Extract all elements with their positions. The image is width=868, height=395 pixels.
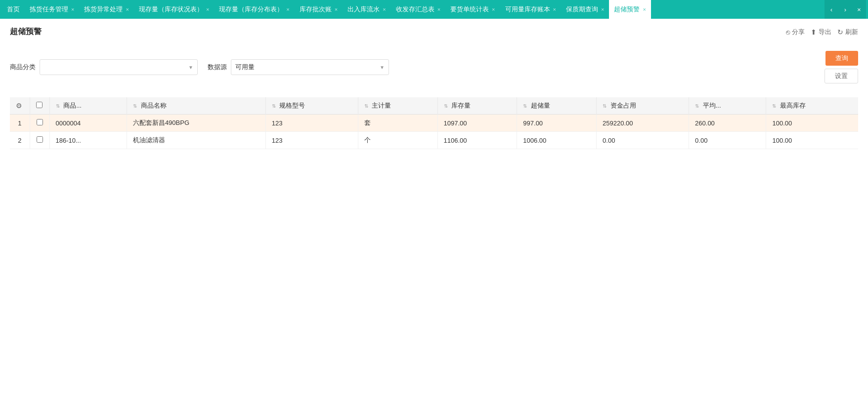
sort-icon: ⇅ <box>603 103 607 109</box>
refresh-button[interactable]: ↻ 刷新 <box>837 28 858 37</box>
col-product-name[interactable]: ⇅ 商品名称 <box>127 97 265 115</box>
col-avg[interactable]: ⇅ 平均... <box>689 97 766 115</box>
nav-arrow-left[interactable]: ‹ <box>825 0 838 19</box>
col-overstock[interactable]: ⇅ 超储量 <box>517 97 597 115</box>
page-content: 超储预警 ⎋ 分享 ⬆ 导出 ↻ 刷新 商品分类 ▼ 数据源 <box>0 19 868 395</box>
nav-close-icon[interactable]: × <box>553 6 556 12</box>
nav-close-icon[interactable]: × <box>383 6 386 12</box>
table-row: 1 0000004 六配套新昌490BPG 123 套 1097.00 997.… <box>10 115 858 132</box>
col-product-name-label: 商品名称 <box>141 102 167 109</box>
sort-icon: ⇅ <box>56 103 60 109</box>
page-title: 超储预警 <box>10 27 42 37</box>
sort-icon: ⇅ <box>523 103 527 109</box>
cell-stock: 1097.00 <box>437 115 517 132</box>
col-overstock-label: 超储量 <box>531 102 550 109</box>
cell-overstock: 997.00 <box>517 115 597 132</box>
nav-close-icon[interactable]: × <box>126 6 129 12</box>
sort-icon: ⇅ <box>133 103 137 109</box>
nav-item-label: 拣货异常处理 <box>84 5 123 14</box>
col-capital[interactable]: ⇅ 资金占用 <box>597 97 689 115</box>
cell-overstock: 1006.00 <box>517 132 597 149</box>
category-select[interactable]: ▼ <box>40 59 198 75</box>
nav-close-icon[interactable]: × <box>492 6 495 12</box>
col-checkbox-header <box>30 97 49 115</box>
nav-arrow-close[interactable]: × <box>852 0 866 19</box>
row-checkbox-cell <box>30 115 49 132</box>
cell-spec: 123 <box>265 132 358 149</box>
nav-item-label: 保质期查询 <box>566 5 598 14</box>
nav-item-label: 可用量库存账本 <box>505 5 550 14</box>
col-product-code-label: 商品... <box>63 102 82 109</box>
nav-item-11[interactable]: 超储预警× <box>609 0 651 19</box>
nav-close-icon[interactable]: × <box>286 6 289 12</box>
export-button[interactable]: ⬆ 导出 <box>811 28 831 37</box>
nav-item-1[interactable]: 拣货任务管理× <box>25 0 79 19</box>
col-max-stock-label: 最高库存 <box>780 102 806 109</box>
col-unit[interactable]: ⇅ 主计量 <box>358 97 437 115</box>
datasource-label: 数据源 <box>208 63 227 72</box>
nav-item-10[interactable]: 保质期查询× <box>561 0 609 19</box>
header-actions: ⎋ 分享 ⬆ 导出 ↻ 刷新 <box>786 28 858 37</box>
nav-item-label: 超储预警 <box>614 5 640 14</box>
nav-item-5[interactable]: 库存批次账× <box>295 0 343 19</box>
data-table: ⚙ ⇅ 商品... ⇅ 商品名称 ⇅ 规格型号 ⇅ <box>10 97 858 149</box>
col-avg-label: 平均... <box>703 102 721 109</box>
row-checkbox-cell <box>30 132 49 149</box>
nav-close-icon[interactable]: × <box>437 6 440 12</box>
nav-item-9[interactable]: 可用量库存账本× <box>500 0 561 19</box>
row-index: 1 <box>10 115 30 132</box>
col-max-stock[interactable]: ⇅ 最高库存 <box>766 97 858 115</box>
nav-item-label: 首页 <box>7 5 20 14</box>
sort-icon: ⇅ <box>364 103 368 109</box>
nav-item-label: 库存批次账 <box>300 5 332 14</box>
col-gear: ⚙ <box>10 97 30 115</box>
nav-item-3[interactable]: 现存量（库存状况表）× <box>134 0 214 19</box>
row-checkbox[interactable] <box>37 119 43 125</box>
datasource-select-text: 可用量 <box>235 63 255 72</box>
cell-unit: 套 <box>358 115 437 132</box>
col-spec[interactable]: ⇅ 规格型号 <box>265 97 358 115</box>
nav-close-icon[interactable]: × <box>71 6 74 12</box>
share-button[interactable]: ⎋ 分享 <box>786 28 805 37</box>
nav-item-2[interactable]: 拣货异常处理× <box>79 0 133 19</box>
cell-stock: 1106.00 <box>437 132 517 149</box>
sort-icon: ⇅ <box>772 103 776 109</box>
cell-avg: 260.00 <box>689 115 766 132</box>
nav-close-icon[interactable]: × <box>643 6 646 12</box>
nav-item-label: 现存量（库存状况表） <box>139 5 203 14</box>
nav-close-icon[interactable]: × <box>601 6 604 12</box>
nav-item-7[interactable]: 收发存汇总表× <box>391 0 445 19</box>
datasource-select[interactable]: 可用量 ▼ <box>231 59 389 75</box>
col-stock[interactable]: ⇅ 库存量 <box>437 97 517 115</box>
table-row: 2 186-10... 机油滤清器 123 个 1106.00 1006.00 … <box>10 132 858 149</box>
sort-icon: ⇅ <box>272 103 276 109</box>
nav-close-icon[interactable]: × <box>206 6 209 12</box>
filter-bar: 商品分类 ▼ 数据源 可用量 ▼ 查询 设置 <box>10 45 858 89</box>
nav-arrows: ‹ › × <box>825 0 866 19</box>
table-header-row: ⚙ ⇅ 商品... ⇅ 商品名称 ⇅ 规格型号 ⇅ <box>10 97 858 115</box>
select-all-checkbox[interactable] <box>36 102 43 108</box>
refresh-icon: ↻ <box>837 28 843 36</box>
page-header: 超储预警 ⎋ 分享 ⬆ 导出 ↻ 刷新 <box>10 27 858 37</box>
nav-item-8[interactable]: 要货单统计表× <box>445 0 500 19</box>
nav-item-6[interactable]: 出入库流水× <box>343 0 391 19</box>
nav-arrow-right[interactable]: › <box>838 0 852 19</box>
cell-product-code: 186-10... <box>49 132 127 149</box>
category-chevron-icon: ▼ <box>188 65 193 70</box>
nav-close-icon[interactable]: × <box>335 6 338 12</box>
settings-button[interactable]: 设置 <box>825 69 858 83</box>
category-label: 商品分类 <box>10 63 36 72</box>
gear-icon[interactable]: ⚙ <box>16 102 22 110</box>
row-checkbox[interactable] <box>37 136 43 143</box>
cell-capital: 0.00 <box>597 132 689 149</box>
cell-avg: 0.00 <box>689 132 766 149</box>
col-spec-label: 规格型号 <box>279 102 305 109</box>
nav-item-0[interactable]: 首页 <box>2 0 25 19</box>
nav-item-4[interactable]: 现存量（库存分布表）× <box>214 0 294 19</box>
col-product-code[interactable]: ⇅ 商品... <box>49 97 127 115</box>
col-unit-label: 主计量 <box>372 102 391 109</box>
query-button[interactable]: 查询 <box>825 51 858 66</box>
sort-icon: ⇅ <box>695 103 699 109</box>
cell-product-name: 机油滤清器 <box>127 132 265 149</box>
export-icon: ⬆ <box>811 28 817 36</box>
